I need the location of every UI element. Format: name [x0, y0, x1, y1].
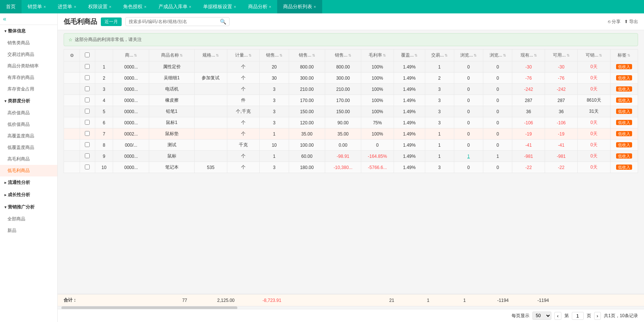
- search-input[interactable]: [129, 19, 220, 24]
- sidebar-item-high-coverage[interactable]: 高覆盖度商品: [0, 130, 57, 142]
- next-page-button[interactable]: ›: [594, 312, 601, 320]
- sidebar-item-high-value[interactable]: 高价值商品: [0, 107, 57, 119]
- close-icon[interactable]: ×: [314, 4, 316, 9]
- sales-profit-col-header[interactable]: 销售...⇅: [325, 50, 361, 61]
- row-select-checkbox[interactable]: [85, 109, 90, 114]
- footer-total-label: 合计：: [64, 297, 86, 303]
- code-col-header[interactable]: 商...⇅: [113, 50, 149, 61]
- prev-page-button[interactable]: ‹: [554, 312, 561, 320]
- nav-purchase-order[interactable]: 进货单 ×: [52, 0, 82, 13]
- row-select-checkbox[interactable]: [85, 86, 90, 91]
- row-browse1[interactable]: 1: [454, 151, 483, 162]
- close-icon[interactable]: ×: [74, 4, 76, 9]
- row-select-checkbox[interactable]: [85, 64, 90, 69]
- available-col-header[interactable]: 可用...⇅: [545, 50, 578, 61]
- row-select-checkbox[interactable]: [85, 120, 90, 125]
- nav-product-storage[interactable]: 产成品入库单 ×: [153, 0, 197, 13]
- row-settings: [64, 140, 80, 151]
- share-button[interactable]: ⎋ 分享: [608, 19, 621, 25]
- pagination: 每页显示 50 20 100 ‹ 第 页 › 共1页，10条记录: [58, 309, 644, 322]
- per-page-label: 每页显示: [512, 313, 529, 319]
- gross-margin-col-header[interactable]: 毛利率⇅: [361, 50, 394, 61]
- sidebar-item-category-sales-rate[interactable]: 商品分类助销率: [0, 60, 57, 72]
- sidebar-item-in-stock-products[interactable]: 有库存的商品: [0, 72, 57, 83]
- per-page-select[interactable]: 50 20 100: [532, 312, 551, 320]
- close-icon[interactable]: ×: [109, 4, 111, 9]
- nav-product-analysis[interactable]: 商品分析 ×: [242, 0, 277, 13]
- sidebar-item-low-margin[interactable]: 低毛利商品: [0, 165, 57, 176]
- nav-template-settings[interactable]: 单据模板设置 ×: [197, 0, 242, 13]
- close-icon[interactable]: ×: [234, 4, 236, 9]
- sidebar-section-cluster-title[interactable]: ▾ 类群度分析: [0, 95, 57, 107]
- row-browse1[interactable]: 0: [454, 106, 483, 117]
- row-coverage: 1.49%: [394, 61, 425, 73]
- sidebar-section-marketing-title[interactable]: ▾ 营销推广分析: [0, 201, 57, 213]
- row-checkbox[interactable]: [80, 162, 95, 173]
- close-icon[interactable]: ×: [144, 4, 146, 9]
- sidebar-item-new-products[interactable]: 新品: [0, 225, 57, 236]
- close-icon[interactable]: ×: [189, 4, 191, 9]
- row-select-checkbox[interactable]: [85, 165, 90, 169]
- horizontal-scrollbar[interactable]: [58, 306, 644, 309]
- row-checkbox[interactable]: [80, 73, 95, 84]
- row-checkbox[interactable]: [80, 106, 95, 117]
- sidebar-item-inventory-capital[interactable]: 库存资金占用: [0, 83, 57, 95]
- row-browse1[interactable]: 0: [454, 84, 483, 95]
- row-select-checkbox[interactable]: [85, 153, 90, 158]
- settings-col-header[interactable]: ⚙: [64, 50, 80, 61]
- row-checkbox[interactable]: [80, 84, 95, 95]
- name-col-header[interactable]: 商品名称⇅: [149, 50, 194, 61]
- tag-col-header[interactable]: 标签⇅: [610, 50, 638, 61]
- row-browse1[interactable]: 0: [454, 73, 483, 84]
- export-button[interactable]: ⬆ 导出: [624, 19, 638, 25]
- nav-role-auth[interactable]: 角色授权 ×: [117, 0, 152, 13]
- browse2-col-header[interactable]: 浏览...⇅: [483, 50, 512, 61]
- sidebar-section-liquidity-title[interactable]: ▸ 流通性分析: [0, 176, 57, 189]
- row-browse1[interactable]: 0: [454, 117, 483, 128]
- sales-qty-col-header[interactable]: 销售...⇅: [260, 50, 289, 61]
- row-checkbox[interactable]: [80, 95, 95, 106]
- row-checkbox[interactable]: [80, 128, 95, 140]
- sidebar-item-low-value[interactable]: 低价值商品: [0, 119, 57, 130]
- nav-home[interactable]: 首页: [0, 0, 22, 13]
- row-select-checkbox[interactable]: [85, 142, 90, 147]
- row-browse1[interactable]: 0: [454, 140, 483, 151]
- browse1-col-header[interactable]: 浏览...⇅: [454, 50, 483, 61]
- page-number-input[interactable]: [572, 312, 584, 320]
- sidebar-section-overall-title[interactable]: ▾ 整体信息: [0, 25, 57, 37]
- sales-price-col-header[interactable]: 销售...⇅: [289, 50, 325, 61]
- unit-col-header[interactable]: 计量...⇅: [227, 50, 260, 61]
- sidebar-item-low-coverage[interactable]: 低覆盖度商品: [0, 142, 57, 153]
- row-browse1[interactable]: 0: [454, 61, 483, 73]
- sidebar-item-high-margin[interactable]: 高毛利商品: [0, 153, 57, 165]
- row-checkbox[interactable]: [80, 117, 95, 128]
- coverage-col-header[interactable]: 覆盖...⇅: [394, 50, 425, 61]
- date-filter-button[interactable]: 近一月: [101, 17, 122, 26]
- row-browse1[interactable]: 0: [454, 128, 483, 140]
- close-icon[interactable]: ×: [44, 4, 46, 9]
- row-select-checkbox[interactable]: [85, 98, 90, 102]
- nav-product-analysis-list[interactable]: 商品分析列表 ×: [277, 0, 322, 13]
- nav-permission-settings[interactable]: 权限设置 ×: [82, 0, 117, 13]
- sidebar-item-sales-products[interactable]: 销售类商品: [0, 37, 57, 49]
- row-browse1[interactable]: 0: [454, 162, 483, 173]
- row-select-checkbox[interactable]: [85, 75, 90, 80]
- sidebar-item-all-products[interactable]: 全部商品: [0, 213, 57, 225]
- sidebar-item-traded-products[interactable]: 交易过的商品: [0, 49, 57, 60]
- saleable-col-header[interactable]: 可销...⇅: [577, 50, 610, 61]
- transaction-col-header[interactable]: 交易...⇅: [425, 50, 454, 61]
- table-row: 3 0000... 电话机 个 3 210.00 210.00 100% 1.4…: [64, 84, 638, 95]
- sidebar-collapse-button[interactable]: «: [3, 16, 6, 22]
- spec-col-header[interactable]: 规格...⇅: [194, 50, 227, 61]
- sidebar-section-growth-title[interactable]: ▸ 成长性分析: [0, 189, 57, 201]
- row-checkbox[interactable]: [80, 61, 95, 73]
- row-checkbox[interactable]: [80, 151, 95, 162]
- select-all-checkbox[interactable]: [85, 52, 90, 57]
- nav-sales-order[interactable]: 销货单 ×: [22, 0, 52, 13]
- close-icon[interactable]: ×: [269, 4, 271, 9]
- row-browse1[interactable]: 0: [454, 95, 483, 106]
- checkbox-col-header[interactable]: [80, 50, 95, 61]
- current-stock-col-header[interactable]: 现有...⇅: [512, 50, 545, 61]
- row-select-checkbox[interactable]: [85, 131, 90, 136]
- row-checkbox[interactable]: [80, 140, 95, 151]
